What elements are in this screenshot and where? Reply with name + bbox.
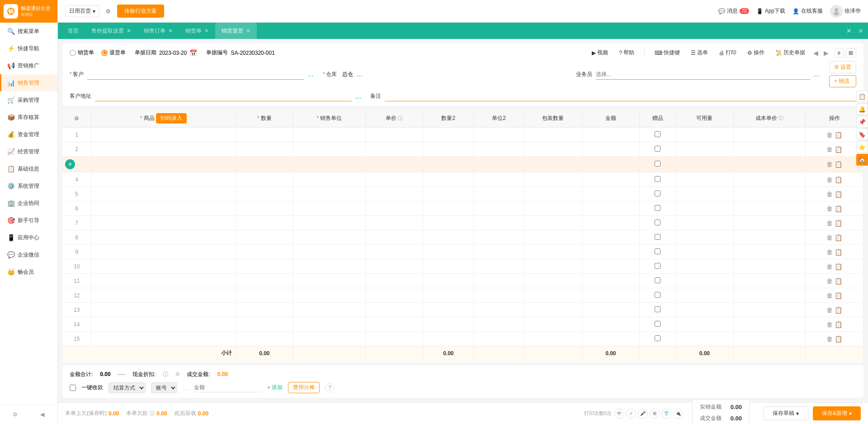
copy-row-button[interactable]: 📋 [835,131,842,138]
tab-sales[interactable]: 销货单 ✕ [179,23,215,39]
user-profile-item[interactable]: 徐泽华 [830,5,861,18]
gift-checkbox[interactable] [655,292,660,298]
tab-home[interactable]: 首页 [61,23,85,39]
right-sidebar-btn-4[interactable]: 🔖 [856,129,868,140]
tab-sales-order-close[interactable]: ✕ [168,28,173,34]
try-solution-button[interactable]: 体验行业方案 [117,5,164,18]
history-button[interactable]: 📜 历史单据 [773,48,808,57]
view-list-button[interactable]: ≡ [834,48,844,57]
sidebar-settings-button[interactable]: ⚙ [4,409,27,420]
taskbar-btn-6[interactable]: 🔌 [673,409,683,419]
delete-row-button[interactable]: 🗑 [826,277,833,285]
sidebar-item-basic-info[interactable]: 📋 基础信息 [0,160,57,177]
view-grid-button[interactable]: ⊞ [845,48,856,57]
right-sidebar-btn-active[interactable]: 🏠 [856,154,868,166]
gift-checkbox[interactable] [655,321,660,327]
shortcut-button[interactable]: ⌨ 快捷键 [652,48,683,57]
copy-row-button[interactable]: 📋 [835,234,842,241]
sidebar-item-finance[interactable]: 💰 资金管理 [0,126,57,143]
copy-row-button[interactable]: 📋 [835,176,842,183]
prev-record-button[interactable]: ◀ [813,49,818,57]
gift-checkbox[interactable] [655,234,660,240]
amount-input[interactable] [194,383,262,392]
taskbar-btn-3[interactable]: 🎤 [638,409,648,419]
online-support-item[interactable]: 👤 在线客服 [793,7,823,15]
delete-row-button[interactable]: 🗑 [826,321,833,328]
sidebar-item-system[interactable]: ⚙️ 系统管理 [0,177,57,195]
remark-input[interactable] [385,91,856,101]
delete-row-button[interactable]: 🗑 [826,219,833,227]
delete-row-button[interactable]: 🗑 [826,131,833,138]
tab-close-all-button[interactable]: ✕ [844,26,854,35]
one-click-collect-checkbox[interactable] [70,385,76,391]
account-select[interactable]: 账号 [151,382,177,393]
add-logistics-button[interactable]: + 物流 [829,75,856,87]
taskbar-btn-5[interactable]: 👕 [661,409,671,419]
address-lookup-button[interactable]: ... [355,92,361,100]
copy-row-button[interactable]: 📋 [835,263,842,270]
print-button[interactable]: 🖨 打印 [716,48,739,57]
copy-row-button[interactable]: 📋 [835,146,842,153]
save-new-button[interactable]: 保存&新增 ▾ [813,406,861,420]
tab-sales-return[interactable]: 销货退货 ✕ [215,23,257,39]
right-sidebar-btn-1[interactable]: 📋 [856,91,868,102]
sidebar-item-search[interactable]: 🔍 搜索菜单 [0,23,57,40]
right-sidebar-btn-5[interactable]: ⭐ [856,141,868,153]
tab-menu-button[interactable]: ≡ [857,26,864,35]
sidebar-item-app-center[interactable]: 📱 应用中心 [0,229,57,246]
gift-checkbox[interactable] [655,131,660,137]
warehouse-lookup-button[interactable]: ... [357,70,363,78]
copy-row-button[interactable]: 📋 [835,248,842,256]
copy-row-button[interactable]: 📋 [835,335,842,343]
right-sidebar-btn-2[interactable]: 🔔 [856,103,868,115]
tab-sales-close[interactable]: ✕ [204,28,209,34]
operate-button[interactable]: ⚙ 操作 [745,48,767,57]
taskbar-btn-1[interactable]: 中 [614,409,624,419]
gift-checkbox[interactable] [655,248,660,254]
fee-split-button[interactable]: 费用分摊 [288,382,320,393]
module-selector[interactable]: 日用百货 ▾ [65,5,99,17]
sidebar-item-sales[interactable]: 📊 销售管理 [0,74,57,91]
salesperson-lookup-button[interactable]: ... [814,70,820,78]
sidebar-item-operations[interactable]: 📈 经营管理 [0,143,57,160]
sidebar-item-new-guide[interactable]: 🎯 新手引导 [0,212,57,229]
video-button[interactable]: ▶ 视频 [589,48,611,57]
form-settings-button[interactable]: ⚙ 设置 [829,61,856,73]
date-picker-button[interactable]: 📅 [189,49,197,57]
gift-checkbox[interactable] [655,205,660,211]
gift-checkbox[interactable] [655,146,660,152]
delete-row-button[interactable]: 🗑 [826,292,833,299]
tab-sales-return-close[interactable]: ✕ [246,28,250,34]
notification-item[interactable]: 💬 消息 70 [718,7,749,15]
taskbar-btn-2[interactable]: ✓ [626,409,636,419]
copy-row-button[interactable]: 📋 [835,306,842,314]
delete-row-button[interactable]: 🗑 [826,306,833,314]
address-input[interactable] [95,91,352,101]
copy-row-button[interactable]: 📋 [835,191,842,198]
delete-row-button[interactable]: 🗑 [826,146,833,153]
customer-input[interactable] [87,69,304,80]
copy-row-button[interactable]: 📋 [835,321,842,328]
sidebar-item-purchase[interactable]: 🛒 采购管理 [0,91,57,109]
gift-checkbox[interactable] [655,306,660,312]
sidebar-item-enterprise-wx[interactable]: 💬 企业微信 [0,246,57,263]
sidebar-item-inventory[interactable]: 📦 库存核算 [0,109,57,126]
save-draft-button[interactable]: 保存草稿 ▾ [763,406,808,420]
fee-help-button[interactable]: ? [325,383,334,392]
sidebar-item-enterprise[interactable]: 🏢 企业协同 [0,195,57,212]
copy-row-button[interactable]: 📋 [835,161,842,168]
delete-row-button[interactable]: 🗑 [826,205,833,212]
right-sidebar-btn-3[interactable]: 📌 [856,116,868,128]
taskbar-btn-4[interactable]: ⊞ [650,409,660,419]
help-button[interactable]: ? 帮助 [616,48,637,57]
tab-price-settings-close[interactable]: ✕ [127,28,131,34]
delete-row-button[interactable]: 🗑 [826,335,833,343]
topbar-settings-button[interactable]: ⚙ [104,6,113,16]
salesperson-input[interactable] [596,69,811,80]
tab-sales-order[interactable]: 销售订单 ✕ [137,23,179,39]
sidebar-collapse-button[interactable]: ◀ [31,409,54,420]
add-row-button[interactable]: + [65,159,75,169]
gift-checkbox[interactable] [655,191,660,196]
gift-checkbox[interactable] [655,263,660,269]
add-fee-button[interactable]: + 添加 [267,384,283,391]
